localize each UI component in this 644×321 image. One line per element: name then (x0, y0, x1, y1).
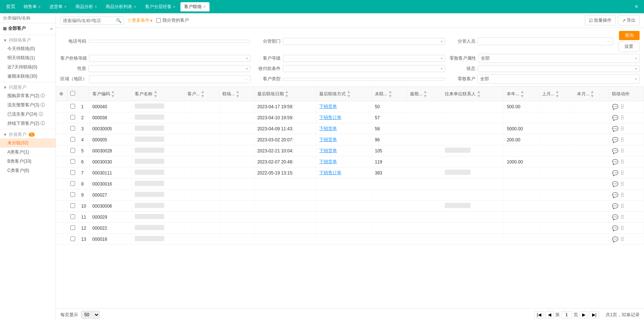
sidebar-item-class-a[interactable]: A类客户(1) (0, 148, 56, 157)
more-actions-icon[interactable]: ⠿ (620, 137, 624, 143)
chat-icon[interactable]: 💬 (612, 214, 618, 220)
th-name[interactable]: 客户名称 ▲▼ (132, 87, 184, 101)
more-actions-icon[interactable]: ⠿ (620, 115, 624, 121)
more-actions-icon[interactable]: ⠿ (620, 225, 624, 231)
row-checkbox[interactable] (70, 225, 75, 230)
sidebar-item-overdue[interactable]: 逾期未联络(30) (0, 72, 56, 81)
phone-input[interactable] (88, 40, 250, 43)
close-icon[interactable]: × (64, 4, 66, 9)
row-checkbox[interactable] (70, 170, 75, 175)
nav-tab-customer-mgr[interactable]: 客户分层经客 × (141, 2, 179, 11)
batch-op-button[interactable]: ☑ 批量操作 (585, 15, 616, 25)
table-cell-link[interactable]: 下销货单 (319, 148, 337, 153)
customer-type-input[interactable] (283, 78, 445, 81)
reset-button[interactable]: 设置 (618, 42, 640, 52)
more-actions-icon[interactable]: ⠿ (620, 214, 624, 220)
status-select[interactable]: ▾ (478, 65, 640, 72)
search-input[interactable] (63, 18, 115, 23)
price-level-select[interactable]: ▾ (89, 55, 250, 62)
search-icon[interactable]: 🔍 (116, 18, 122, 23)
more-actions-icon[interactable]: ⠿ (620, 181, 624, 187)
table-cell-link[interactable]: 下销货单 (319, 104, 337, 109)
more-actions-icon[interactable]: ⠿ (620, 148, 624, 154)
chat-icon[interactable]: 💬 (612, 192, 618, 198)
row-checkbox[interactable] (70, 203, 75, 208)
th-last-date[interactable]: 最后联络日期 ▲▼ (254, 87, 316, 101)
chat-icon[interactable]: 💬 (612, 104, 618, 110)
window-close-icon[interactable]: × (632, 2, 641, 11)
chat-icon[interactable]: 💬 (612, 181, 618, 187)
chat-icon[interactable]: 💬 (612, 236, 618, 242)
nature-select[interactable]: ▾ (88, 65, 250, 72)
th-unlinked[interactable]: 未联... ▲▼ (372, 87, 407, 101)
sidebar-item-lost[interactable]: 已流失客户(24) ⓘ (0, 110, 56, 119)
more-actions-icon[interactable]: ⠿ (620, 236, 624, 242)
table-cell-link[interactable]: 下销售订单 (319, 115, 341, 120)
th-code[interactable]: 客户编码 ▲▼ (89, 87, 132, 101)
row-checkbox[interactable] (70, 148, 75, 153)
group-pending-contact[interactable]: ▼ 待联络客户 (0, 36, 56, 44)
td-checkbox[interactable] (67, 201, 78, 212)
retail-customer-select[interactable]: 全部 ▾ (478, 74, 640, 84)
sidebar-item-declining[interactable]: 持续下滑客户(2) ⓘ (0, 119, 56, 128)
collapse-icon[interactable]: « (50, 26, 53, 31)
customer-level-select[interactable]: ▾ (283, 55, 445, 62)
row-checkbox[interactable] (70, 126, 75, 131)
td-checkbox[interactable] (67, 234, 78, 245)
td-checkbox[interactable] (67, 134, 78, 145)
chat-icon[interactable]: 💬 (612, 159, 618, 165)
td-checkbox[interactable] (67, 190, 78, 201)
sidebar-item-class-b[interactable]: B类客户(33) (0, 157, 56, 166)
td-checkbox[interactable] (67, 156, 78, 167)
chat-icon[interactable]: 💬 (612, 148, 618, 154)
more-actions-icon[interactable]: ⠿ (620, 104, 624, 110)
td-checkbox[interactable] (67, 123, 78, 134)
row-checkbox[interactable] (70, 137, 75, 142)
more-actions-icon[interactable]: ⠿ (620, 203, 624, 209)
sidebar-search-input[interactable] (3, 15, 56, 21)
select-all-checkbox[interactable] (70, 91, 75, 96)
table-cell-link[interactable]: 下销货单 (319, 159, 337, 164)
nav-tab-sales[interactable]: 销售单 × (20, 2, 44, 11)
gear-icon[interactable]: ⚙ (59, 91, 63, 96)
th-last-month[interactable]: 上月... ▲▼ (539, 87, 574, 101)
row-checkbox[interactable] (70, 192, 75, 197)
sidebar-item-ungrouped[interactable]: 未分组(32) (0, 138, 56, 148)
th-gear[interactable]: ⚙ (56, 87, 67, 101)
more-actions-icon[interactable]: ⠿ (620, 126, 624, 132)
table-cell-link[interactable]: 下销货单 (319, 126, 337, 131)
chat-icon[interactable]: 💬 (612, 203, 618, 209)
td-checkbox[interactable] (67, 145, 78, 156)
page-size-select[interactable]: 50 100 200 (81, 311, 100, 319)
page-input[interactable] (561, 311, 572, 318)
th-contact[interactable]: 联络... ▲▼ (219, 87, 254, 101)
retail-attr-select[interactable]: 全部 ▾ (478, 54, 640, 63)
sidebar-item-7days[interactable]: 近7天待联络(0) (0, 63, 56, 72)
payment-select[interactable]: ▾ (283, 65, 445, 72)
th-type[interactable]: 客户... ▲▼ (184, 87, 219, 101)
nav-tab-analysis-list[interactable]: 商品分析列表 × (102, 2, 140, 11)
close-icon[interactable]: × (95, 4, 97, 9)
th-last-method[interactable]: 最后联络方式 ▲▼ (316, 87, 372, 101)
close-icon[interactable]: × (173, 4, 175, 9)
manager-input[interactable]: ··· (478, 37, 613, 45)
mine-checkbox[interactable] (156, 18, 161, 23)
sidebar-item-today[interactable]: 今天待联络(0) (0, 44, 56, 53)
sidebar-item-class-c[interactable]: C类客户(6) (0, 166, 56, 175)
th-checkbox[interactable] (67, 87, 78, 101)
chat-icon[interactable]: 💬 (612, 225, 618, 231)
th-this-year[interactable]: 本年... ▲▼ (504, 87, 539, 101)
row-checkbox[interactable] (70, 181, 75, 186)
query-button[interactable]: 查询 (619, 31, 640, 40)
nav-tab-purchase[interactable]: 进货单 × (46, 2, 70, 11)
td-checkbox[interactable] (67, 223, 78, 234)
row-checkbox[interactable] (70, 214, 75, 219)
more-filters-btn[interactable]: ▽ 更多条件 ▾ (128, 17, 152, 24)
group-problem-customers[interactable]: ▼ 问题客户 (0, 83, 56, 91)
prev-page-button[interactable]: ◀ (545, 311, 554, 318)
chat-icon[interactable]: 💬 (612, 137, 618, 143)
export-button[interactable]: ↗ 导出 (618, 15, 640, 25)
more-actions-icon[interactable]: ⠿ (620, 192, 624, 198)
td-checkbox[interactable] (67, 179, 78, 190)
th-this-month[interactable]: 本月... ▲▼ (574, 87, 609, 101)
